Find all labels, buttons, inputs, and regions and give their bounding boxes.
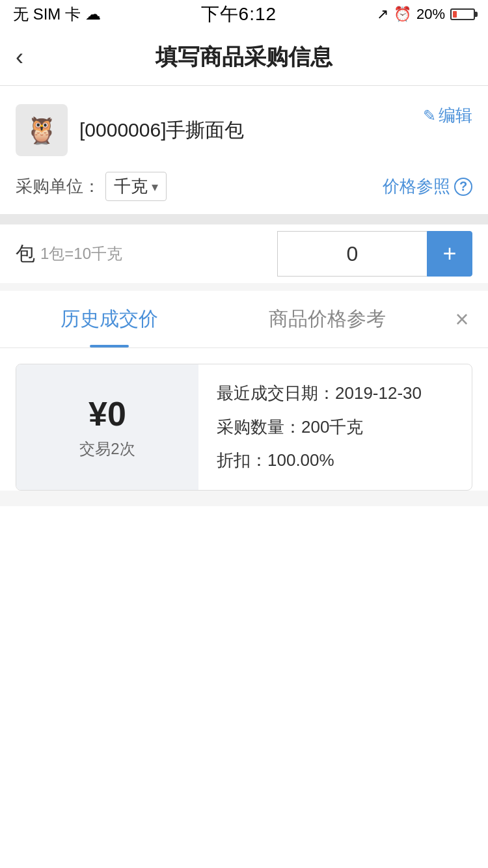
history-trades-count: 交易2次 bbox=[79, 439, 135, 459]
history-discount: 折扣：100.00% bbox=[217, 447, 454, 474]
section-divider bbox=[0, 214, 488, 224]
tab-history-price[interactable]: 历史成交价 bbox=[0, 291, 218, 347]
price-ref-button[interactable]: 价格参照 ? bbox=[383, 175, 472, 198]
package-unit-main: 包 bbox=[16, 241, 35, 267]
history-date-value: 2019-12-30 bbox=[335, 383, 422, 403]
product-header: 🦉 [0000006]手撕面包 ✎ 编辑 bbox=[16, 104, 472, 156]
history-discount-label: 折扣： bbox=[217, 450, 267, 470]
panel-tabs: 历史成交价 商品价格参考 × bbox=[0, 291, 488, 348]
history-price-value: ¥0 bbox=[88, 394, 126, 433]
signal-text: 无 SIM 卡 ☁ bbox=[13, 4, 101, 25]
quantity-input-group: + bbox=[135, 231, 472, 277]
product-card: 🦉 [0000006]手撕面包 ✎ 编辑 采购单位： 千克 ▾ 价格参照 ? bbox=[0, 86, 488, 214]
bottom-area bbox=[0, 506, 488, 868]
status-time: 下午6:12 bbox=[201, 2, 277, 27]
battery-icon bbox=[450, 8, 475, 20]
history-card: ¥0 交易2次 最近成交日期：2019-12-30 采购数量：200千克 折扣：… bbox=[16, 364, 472, 491]
history-date-label: 最近成交日期： bbox=[217, 383, 335, 403]
product-icon: 🦉 bbox=[25, 115, 58, 146]
page-title: 填写商品采购信息 bbox=[156, 42, 332, 72]
back-button[interactable]: ‹ bbox=[16, 44, 23, 71]
battery-percent: 20% bbox=[416, 6, 445, 23]
help-icon: ? bbox=[454, 178, 472, 196]
history-details-section: 最近成交日期：2019-12-30 采购数量：200千克 折扣：100.00% bbox=[198, 364, 472, 490]
unit-value: 千克 bbox=[114, 175, 148, 198]
product-thumbnail: 🦉 bbox=[16, 104, 68, 156]
tab-product-price[interactable]: 商品价格参考 bbox=[218, 291, 436, 347]
price-reference-panel: 历史成交价 商品价格参考 × ¥0 交易2次 最近成交日期：2019-12-30… bbox=[0, 291, 488, 491]
history-quantity: 采购数量：200千克 bbox=[217, 414, 454, 441]
status-left: 无 SIM 卡 ☁ bbox=[13, 4, 101, 25]
status-bar: 无 SIM 卡 ☁ 下午6:12 ↗ ⏰ 20% bbox=[0, 0, 488, 29]
product-unit-row: 采购单位： 千克 ▾ 价格参照 ? bbox=[16, 172, 472, 201]
history-price-section: ¥0 交易2次 bbox=[16, 364, 198, 490]
edit-button[interactable]: ✎ 编辑 bbox=[423, 104, 472, 127]
quantity-input[interactable] bbox=[277, 231, 427, 277]
unit-select[interactable]: 千克 ▾ bbox=[105, 172, 167, 201]
history-discount-value: 100.00% bbox=[267, 450, 334, 470]
quantity-row: 包 1包=10千克 + bbox=[0, 224, 488, 283]
unit-selector-group: 采购单位： 千克 ▾ bbox=[16, 172, 167, 201]
tab-product-price-label: 商品价格参考 bbox=[269, 306, 386, 332]
location-icon: ↗ bbox=[377, 6, 388, 23]
price-ref-label: 价格参照 bbox=[383, 175, 450, 198]
product-info: 🦉 [0000006]手撕面包 bbox=[16, 104, 244, 156]
package-unit-conversion: 1包=10千克 bbox=[40, 243, 122, 264]
panel-close-button[interactable]: × bbox=[436, 291, 488, 348]
nav-bar: ‹ 填写商品采购信息 bbox=[0, 29, 488, 86]
history-quantity-value: 200千克 bbox=[301, 417, 363, 437]
package-unit: 包 1包=10千克 bbox=[16, 241, 122, 267]
product-name: [0000006]手撕面包 bbox=[79, 117, 244, 144]
tab-active-indicator bbox=[90, 345, 129, 347]
tab-history-price-label: 历史成交价 bbox=[61, 306, 158, 332]
quantity-plus-button[interactable]: + bbox=[427, 231, 472, 277]
history-quantity-label: 采购数量： bbox=[217, 417, 301, 437]
history-date: 最近成交日期：2019-12-30 bbox=[217, 380, 454, 407]
alarm-icon: ⏰ bbox=[394, 6, 411, 23]
unit-label: 采购单位： bbox=[16, 175, 100, 198]
dropdown-arrow-icon: ▾ bbox=[152, 179, 158, 195]
status-right: ↗ ⏰ 20% bbox=[377, 6, 475, 23]
edit-icon: ✎ bbox=[423, 107, 436, 125]
